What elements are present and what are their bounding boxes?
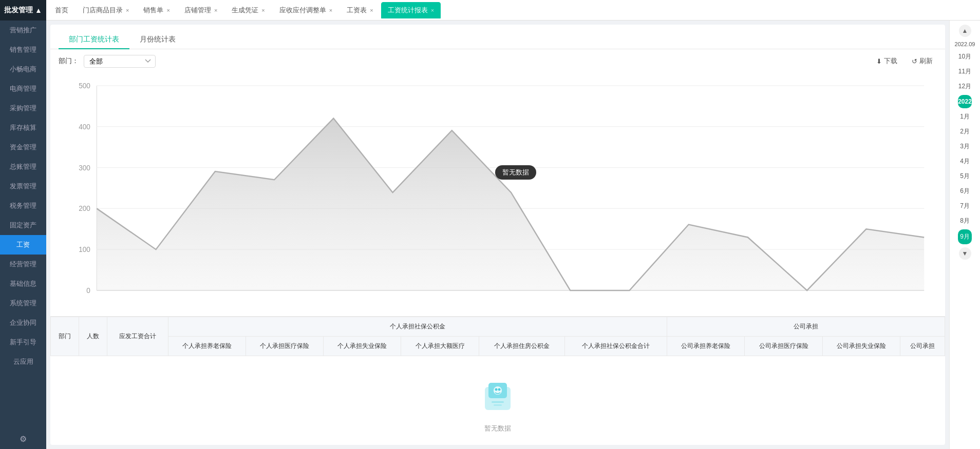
sidebar-arrow-icon: ▲ [35, 6, 42, 14]
tab-label-sales: 销售单 [143, 6, 163, 15]
empty-text: 暂无数据 [484, 424, 511, 433]
sidebar-title: 批发管理 [4, 6, 33, 15]
tab-home[interactable]: 首页 [48, 2, 75, 18]
sidebar-item-gz[interactable]: 工资 [0, 235, 46, 255]
timeline-item-t3[interactable]: 3月 [956, 139, 974, 154]
timeline-up-button[interactable]: ▲ [959, 25, 971, 37]
main-area: 首页门店商品目录×销售单×店铺管理×生成凭证×应收应付调整单×工资表×工资统计报… [46, 0, 980, 449]
tab-close-sales[interactable]: × [166, 7, 169, 13]
timeline-item-t2[interactable]: 2月 [956, 124, 974, 139]
tab-store[interactable]: 店铺管理× [178, 2, 224, 18]
timeline-item-t1[interactable]: 1月 [956, 109, 974, 124]
sidebar-item-swgl[interactable]: 税务管理 [0, 196, 46, 216]
sub-tab-month[interactable]: 月份统计表 [129, 31, 186, 49]
refresh-icon: ↺ [912, 57, 917, 65]
sidebar-item-zjgl[interactable]: 资金管理 [0, 138, 46, 157]
sidebar-item-xsyd[interactable]: 新手引导 [0, 333, 46, 352]
th-c-more: 公司承担 [900, 336, 945, 356]
timeline-year-label[interactable]: 2022.09 [950, 39, 980, 49]
timeline-item-t9[interactable]: 9月 [958, 229, 972, 244]
th-p-pension: 个人承担养老保险 [168, 336, 246, 356]
th-p-bigmed: 个人承担大额医疗 [401, 336, 479, 356]
tab-close-store[interactable]: × [214, 7, 217, 13]
sidebar-item-jygl[interactable]: 经营管理 [0, 255, 46, 274]
timeline-item-t8[interactable]: 8月 [956, 213, 974, 228]
table-area[interactable]: 部门 人数 应发工资合计 个人承担社保公积金 公司承担 个人承担养老保险 个人承… [50, 316, 945, 445]
tab-ar[interactable]: 应收应付调整单× [273, 2, 339, 18]
tab-close-product[interactable]: × [126, 7, 129, 13]
tab-payroll[interactable]: 工资表× [340, 2, 380, 18]
sidebar-item-cggl[interactable]: 采购管理 [0, 99, 46, 118]
th-c-unemploy: 公司承担失业保险 [822, 336, 900, 356]
tab-close-payroll[interactable]: × [370, 7, 373, 13]
tab-label-home: 首页 [55, 6, 68, 15]
svg-point-18 [498, 388, 501, 391]
tab-close-report[interactable]: × [431, 7, 434, 13]
sidebar-item-xtgl[interactable]: 系统管理 [0, 294, 46, 313]
settings-icon[interactable]: ⚙ [0, 429, 46, 449]
timeline-down-button[interactable]: ▼ [959, 247, 971, 260]
refresh-button[interactable]: ↺ 刷新 [908, 54, 937, 68]
tab-label-store: 店铺管理 [184, 6, 211, 15]
th-c-medical: 公司承担医疗保险 [745, 336, 822, 356]
tab-label-payroll: 工资表 [347, 6, 367, 15]
th-c-pension: 公司承担养老保险 [667, 336, 745, 356]
tab-close-ar[interactable]: × [329, 7, 332, 13]
svg-text:0: 0 [86, 287, 90, 295]
svg-rect-20 [494, 404, 502, 406]
svg-text:500: 500 [79, 82, 90, 90]
sidebar-item-gdgz[interactable]: 固定资产 [0, 216, 46, 235]
tab-product[interactable]: 门店商品目录× [76, 2, 136, 18]
sidebar-item-xsgl[interactable]: 销售管理 [0, 40, 46, 60]
refresh-label: 刷新 [919, 56, 933, 66]
sidebar-item-qyxt[interactable]: 企业协同 [0, 313, 46, 333]
th-dept: 部门 [51, 317, 79, 356]
tab-produce[interactable]: 生成凭证× [225, 2, 271, 18]
th-personal-group: 个人承担社保公积金 [168, 317, 667, 336]
timeline-sidebar: ▲ 2022.09 10月11月12月20221月2月3月4月5月6月7月8月9… [949, 21, 980, 449]
sub-tab-dept[interactable]: 部门工资统计表 [59, 31, 129, 49]
sidebar-item-yyyg[interactable]: 云应用 [0, 352, 46, 372]
timeline-item-t7[interactable]: 7月 [956, 199, 974, 213]
svg-text:100: 100 [79, 246, 90, 253]
th-p-unemploy: 个人承担失业保险 [324, 336, 401, 356]
tab-label-produce: 生成凭证 [232, 6, 258, 15]
download-icon: ⬇ [876, 57, 882, 65]
toolbar-left: 部门： 全部 [59, 55, 156, 68]
sidebar-item-zzgl[interactable]: 总账管理 [0, 157, 46, 177]
timeline-item-t12[interactable]: 12月 [956, 79, 974, 94]
timeline-item-t11[interactable]: 11月 [956, 64, 974, 79]
dept-label: 部门： [59, 56, 79, 66]
svg-text:400: 400 [79, 123, 90, 131]
svg-text:200: 200 [79, 205, 90, 212]
chart-container: 500 400 300 200 100 0 [50, 73, 945, 316]
th-p-total: 个人承担社保公积金合计 [564, 336, 667, 356]
timeline-item-t4[interactable]: 4月 [956, 154, 974, 169]
sidebar-item-yxty[interactable]: 营销推广 [0, 21, 46, 40]
timeline-item-t6[interactable]: 6月 [956, 184, 974, 199]
dept-select[interactable]: 全部 [84, 55, 156, 68]
timeline-item-t5[interactable]: 5月 [956, 169, 974, 184]
sidebar-item-dsgl[interactable]: 电商管理 [0, 79, 46, 99]
content-area: 部门工资统计表月份统计表 部门： 全部 ⬇ 下载 ↺ 刷新 [46, 21, 980, 449]
table-header-row2: 个人承担养老保险 个人承担医疗保险 个人承担失业保险 个人承担大额医疗 个人承担… [51, 336, 945, 356]
sidebar-item-jcxx[interactable]: 基础信息 [0, 274, 46, 294]
sidebar-item-xpds[interactable]: 小畅电商 [0, 60, 46, 79]
tab-sales[interactable]: 销售单× [137, 2, 176, 18]
th-p-medical: 个人承担医疗保险 [246, 336, 324, 356]
tab-report[interactable]: 工资统计报表× [381, 2, 441, 18]
sidebar-nav: 营销推广销售管理小畅电商电商管理采购管理库存核算资金管理总账管理发票管理税务管理… [0, 21, 46, 429]
svg-point-17 [495, 388, 498, 391]
timeline-item-t10[interactable]: 10月 [956, 49, 974, 64]
tab-label-report: 工资统计报表 [388, 6, 428, 15]
timeline-item-ty2022[interactable]: 2022 [958, 95, 972, 108]
download-button[interactable]: ⬇ 下载 [872, 54, 901, 68]
sidebar-item-fpgl[interactable]: 发票管理 [0, 177, 46, 196]
tab-close-produce[interactable]: × [261, 7, 265, 13]
tab-label-ar: 应收应付调整单 [279, 6, 326, 15]
tab-bar: 首页门店商品目录×销售单×店铺管理×生成凭证×应收应付调整单×工资表×工资统计报… [46, 0, 980, 21]
sidebar-header: 批发管理 ▲ [0, 0, 46, 21]
sidebar-item-kchs[interactable]: 库存核算 [0, 118, 46, 138]
th-count: 人数 [79, 317, 107, 356]
sidebar: 批发管理 ▲ 营销推广销售管理小畅电商电商管理采购管理库存核算资金管理总账管理发… [0, 0, 46, 449]
